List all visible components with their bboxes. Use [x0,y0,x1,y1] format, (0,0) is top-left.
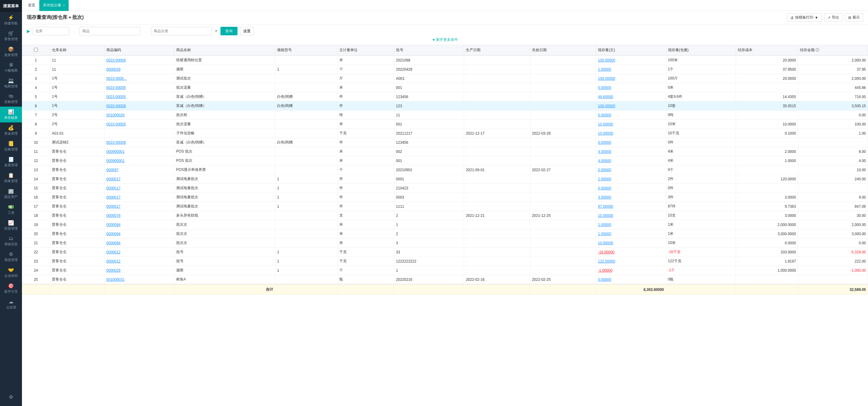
cell-code[interactable]: 0000029 [104,266,174,275]
settings-button[interactable]: 设置 [240,27,254,35]
sidebar-item-税务管理[interactable]: 📋 税务管理 [0,170,22,186]
cell-code[interactable] [104,129,174,138]
toggle-button[interactable]: ⊞ 展示 [845,13,863,22]
cell-qty-main[interactable]: 10.00000 [596,211,666,220]
cell-qty-main[interactable]: 4.00000 [596,147,666,156]
cell-qty-pkg: 10千克 [666,129,736,138]
cell-qty-main[interactable]: -16.00000 [596,248,666,257]
sidebar-item-零售管理[interactable]: 🛒 零售管理 [0,28,22,44]
cell-qty-main[interactable]: 1.00000 [596,229,666,238]
cell-code[interactable]: 0023-00005 [104,92,174,101]
sidebar-item-发票管理[interactable]: 🧾 发票管理 [0,154,22,170]
sidebar-logo[interactable]: 搜索菜单 [0,0,22,12]
sidebar-item-采购管理[interactable]: 🛍 采购管理 [0,91,22,107]
sidebar-item-固定资产[interactable]: 🏢 固定资产 [0,186,22,202]
cell-code[interactable]: 0023-00005 [104,120,174,129]
sidebar-item-新手引导[interactable]: 🎯 新手引导 [0,280,22,296]
sidebar-item-企业协同[interactable]: 🤝 企业协同 [0,265,22,280]
sidebar-item-库存核算[interactable]: 📊 库存核算 [0,107,22,123]
cell-prod [464,110,530,120]
sidebar-item-工资[interactable]: 💵 工资 [0,202,22,217]
cell-batch: 002 [394,147,464,156]
cell-qty-main[interactable]: 0.00000 [596,184,666,193]
sidebar-item-基础信息[interactable]: 🗂 基础信息 [0,233,22,249]
expand-more-btn[interactable]: ▼ 展开更多条件 [432,37,458,42]
tab-home[interactable]: 首页 [24,0,39,11]
cell-code[interactable]: 0000017 [104,184,174,193]
cell-code[interactable]: 0000078 [104,211,174,220]
cell-code[interactable]: 0000084 [104,220,174,229]
cell-qty-main[interactable]: 1.00000 [596,65,666,74]
product-input[interactable] [80,27,141,35]
cell-qty-main[interactable]: 4.00000 [596,156,666,165]
sidebar-item-总账管理[interactable]: 📒 总账管理 [0,138,22,154]
cell-code[interactable]: 0000017 [104,193,174,202]
export-button[interactable]: ↗ 导出 [824,13,842,22]
cell-code[interactable]: 0000012 [104,257,174,266]
cell-exp [530,83,596,92]
cell-qty-main[interactable]: 87.00000 [596,202,666,211]
sidebar-item-快捷导航[interactable]: ⚡ 快捷导航 [0,12,22,28]
cell-qty-main[interactable]: -1.00000 [596,266,666,275]
table-row: 12 普客仓仓 000900001 POS 批次 米 001 4.00000 4… [22,156,868,165]
gear-button[interactable]: ⚙ [9,391,13,403]
cell-qty-main[interactable]: 122.00000 [596,257,666,266]
category-input[interactable] [151,27,212,35]
cell-qty-main[interactable]: 100.00000 [596,56,666,65]
cell-qty-main[interactable]: 1.00000 [596,220,666,229]
sidebar-item-系统管理[interactable]: ⚙ 系统管理 [0,249,22,265]
search-button[interactable]: 查询 [220,27,238,35]
cell-code[interactable]: 000900001 [104,147,174,156]
cell-qty-main[interactable]: 10.00000 [596,120,666,129]
cell-code[interactable]: 0000084 [104,238,174,248]
sidebar-item-小糯电商[interactable]: 🖥 小糯电商 [0,60,22,75]
cell-qty-main[interactable]: 49.60000 [596,92,666,101]
print-button[interactable]: 🖨 按模板打印 ▼ [787,13,822,22]
cell-code[interactable]: 0000017 [104,174,174,184]
cell-code[interactable]: 001000026 [104,110,174,120]
expand-arrow-icon[interactable]: ▶ [27,29,30,34]
cell-code[interactable]: 000900001 [104,156,174,165]
sidebar-item-资金管理[interactable]: 💰 资金管理 [0,123,22,138]
cell-code[interactable]: 0000029 [104,65,174,74]
warehouse-input[interactable] [33,27,69,35]
tab-inventory-batch[interactable]: 库存批次量 × [39,0,69,11]
cell-code[interactable]: 000097 [104,165,174,174]
tab-close-icon[interactable]: × [63,4,65,7]
cell-qty-main[interactable]: 2.00000 [596,174,666,184]
cell-qty-main[interactable]: 100.00000 [596,101,666,110]
cell-qty-main[interactable]: 10.00000 [596,129,666,138]
cell-code[interactable]: 0023-0000... [104,74,174,83]
cell-qty-main[interactable]: 0.00000 [596,110,666,120]
sidebar-item-经营管理[interactable]: 📈 经营管理 [0,217,22,233]
cell-qty-main[interactable]: 0.00000 [596,275,666,284]
cell-exp [530,174,596,184]
sidebar-item-电商管理[interactable]: 💻 电商管理 [0,75,22,91]
cell-warehouse: 普客仓仓 [50,174,104,184]
cell-qty-main[interactable]: 10.00000 [596,238,666,248]
select-all-checkbox[interactable] [34,48,38,52]
cell-cost: 3.0000 [736,211,798,220]
cell-code[interactable]: 0000017 [104,202,174,211]
cell-qty-main[interactable]: 0.00000 [596,138,666,147]
cell-qty-main[interactable]: 3.00000 [596,193,666,202]
cell-qty-pkg: 10支 [666,211,736,220]
cell-cost: 2.0000 [736,147,798,156]
cell-code[interactable]: 0000084 [104,229,174,238]
sidebar-item-label: 系统管理 [4,258,18,262]
cell-qty-main[interactable]: 100.00000 [596,74,666,83]
cell-code[interactable]: 0023-00008 [104,101,174,110]
sidebar-item-label: 企业协同 [4,273,18,278]
cell-code[interactable]: 001000031 [104,275,174,284]
cell-qty-main[interactable]: 0.00000 [596,165,666,174]
sidebar-item-云应用[interactable]: ☁ 云应用 [0,296,22,312]
sidebar-item-批发管理[interactable]: 📦 批发管理 [0,44,22,60]
cell-exp [530,248,596,257]
cell-name: POS显示率保养票 [174,165,275,174]
cell-code[interactable]: 0000012 [104,248,174,257]
cell-spec: 1 [275,174,338,184]
cell-code[interactable]: 0023-00009 [104,56,174,65]
cell-code[interactable]: 0023-00008 [104,138,174,147]
cell-qty-main[interactable]: 0.00000 [596,83,666,92]
cell-code[interactable]: 0023-00005 [104,83,174,92]
